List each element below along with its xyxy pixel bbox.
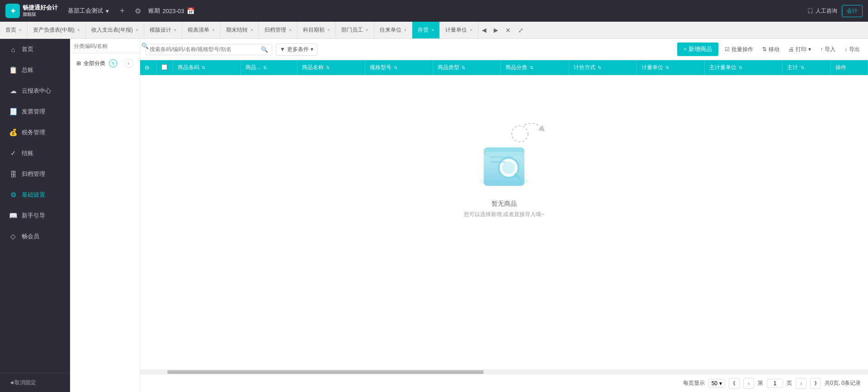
th-settings[interactable]: ⚙ — [140, 60, 156, 75]
empty-illustration — [463, 111, 545, 193]
print-button[interactable]: 🖨 打印 ▾ — [786, 44, 814, 55]
empty-svg — [463, 111, 545, 193]
th-category[interactable]: 商品分类 ⇅ — [501, 60, 569, 75]
sort-category-icon: ⇅ — [530, 65, 533, 70]
tab-tax-close[interactable]: × — [212, 28, 215, 33]
tab-income-close[interactable]: × — [136, 28, 138, 33]
sidebar-item-invoice[interactable]: 🧾 发票管理 — [0, 101, 70, 122]
sidebar-item-closing[interactable]: ✓ 结账 — [0, 143, 70, 164]
th-type[interactable]: 商品类型 ⇅ — [433, 60, 501, 75]
tab-home-close[interactable]: × — [19, 28, 22, 33]
th-barcode[interactable]: 商品条码 ⇅ — [173, 60, 241, 75]
product-search-icon[interactable]: 🔍 — [261, 46, 268, 53]
th-product-name[interactable]: 商品名称 ⇅ — [297, 60, 365, 75]
tab-income-statement[interactable]: 收入支出表(年报) × — [86, 22, 144, 39]
sidebar-item-archive[interactable]: 🗄 归档管理 — [0, 164, 70, 184]
category-edit-button[interactable]: ✎ — [109, 59, 117, 67]
sidebar-item-home[interactable]: ⌂ 首页 — [0, 39, 70, 60]
page-number-input[interactable] — [767, 379, 783, 388]
tab-subject-init[interactable]: 科目期初 × — [297, 22, 336, 39]
th-product-code[interactable]: 商品... ⇅ — [241, 60, 297, 75]
tab-unit[interactable]: 计量单位 × — [440, 22, 478, 39]
tab-tax-list[interactable]: 税表清单 × — [182, 22, 221, 39]
calendar-icon[interactable]: 📅 — [187, 7, 194, 14]
sidebar-item-cloud-reports[interactable]: ☁ 云报表中心 — [0, 80, 70, 101]
select-all-checkbox[interactable] — [161, 64, 167, 70]
main-layout: ⌂ 首页 📋 总账 ☁ 云报表中心 🧾 发票管理 💰 税务管理 ✓ 结账 🗄 归… — [0, 39, 868, 392]
horizontal-scrollbar[interactable] — [140, 369, 868, 374]
page-prev-button[interactable]: ‹ — [743, 378, 754, 389]
page-next-button[interactable]: › — [796, 378, 807, 389]
sort-spec-icon: ⇅ — [394, 65, 397, 70]
move-button[interactable]: ⇅ 移动 — [760, 44, 782, 55]
cloud-icon: ☁ — [9, 87, 17, 95]
sort-unit-icon: ⇅ — [665, 65, 669, 70]
tab-archive[interactable]: 归档管理 × — [259, 22, 297, 39]
tab-template-design[interactable]: 模版设计 × — [144, 22, 183, 39]
more-filters-button[interactable]: ▼ 更多条件 ▾ — [276, 43, 317, 56]
tab-archive-close[interactable]: × — [289, 28, 292, 33]
panel-collapse-button[interactable]: ‹ — [124, 59, 133, 68]
add-tab-button[interactable]: + — [117, 6, 127, 16]
unpin-button[interactable]: ◄取消固定 — [0, 373, 70, 392]
tab-expand-button[interactable]: ⤢ — [514, 22, 527, 39]
page-total-text: 共0页, 0条记录 — [825, 379, 861, 387]
tab-contacts[interactable]: 往来单位 × — [374, 22, 413, 39]
page-last-button[interactable]: ⟫ — [810, 378, 821, 389]
th-checkbox[interactable] — [156, 60, 173, 75]
th-main-unit[interactable]: 主计量单位 ⇅ — [705, 60, 783, 75]
th-spec[interactable]: 规格型号 ⇅ — [365, 60, 433, 75]
export-button[interactable]: ↓ 导出 — [842, 44, 863, 55]
tab-prev-button[interactable]: ◀ — [478, 22, 490, 39]
batch-operations-button[interactable]: ☑ 批量操作 — [722, 44, 756, 55]
per-page-select[interactable]: 50 ▾ — [708, 379, 725, 388]
th-unit[interactable]: 计量单位 ⇅ — [637, 60, 704, 75]
sidebar-item-ledger[interactable]: 📋 总账 — [0, 60, 70, 80]
company-selector[interactable]: 基层工会测试 ▾ — [64, 5, 113, 17]
account-button[interactable]: 会计 — [842, 5, 863, 17]
tab-close-all-button[interactable]: ✕ — [502, 22, 514, 39]
import-icon: ↑ — [820, 46, 823, 52]
tab-template-close[interactable]: × — [174, 28, 177, 33]
sidebar-item-home-label: 首页 — [22, 45, 33, 53]
print-icon: 🖨 — [788, 46, 794, 52]
add-product-button[interactable]: + 新增商品 — [677, 43, 718, 56]
scroll-thumb[interactable] — [167, 370, 484, 374]
tab-balance-close[interactable]: × — [77, 28, 80, 33]
tab-subject-close[interactable]: × — [327, 28, 330, 33]
product-search-input[interactable] — [150, 46, 258, 52]
category-search-input[interactable] — [74, 43, 142, 49]
all-categories-item[interactable]: ⊞ 全部分类 ✎ ‹ — [73, 56, 137, 71]
tab-period-label: 期末结转 — [226, 26, 248, 34]
th-pricing[interactable]: 计价方式 ⇅ — [569, 60, 637, 75]
settings-gear-icon[interactable]: ⚙ — [132, 7, 144, 15]
headset-icon: 🎧 — [807, 8, 814, 14]
tab-unit-close[interactable]: × — [470, 28, 472, 33]
tab-inventory-close[interactable]: × — [431, 28, 434, 33]
page-suffix: 页 — [787, 379, 792, 387]
page-first-button[interactable]: ⟪ — [729, 378, 740, 389]
sort-type-icon: ⇅ — [462, 65, 465, 70]
tab-contacts-close[interactable]: × — [404, 28, 407, 33]
tab-home[interactable]: 首页 × — [0, 22, 28, 39]
tab-dept-close[interactable]: × — [366, 28, 368, 33]
tab-dept-employee[interactable]: 部门员工 × — [336, 22, 374, 39]
tab-next-button[interactable]: ▶ — [490, 22, 502, 39]
print-dropdown-icon: ▾ — [808, 46, 811, 52]
app-sub: 旗舰版 — [23, 11, 58, 18]
th-main-measure[interactable]: 主计 ⇅ — [783, 60, 830, 75]
tab-period-transfer[interactable]: 期末结转 × — [221, 22, 259, 39]
tab-balance-sheet[interactable]: 资产负债表(中期) × — [28, 22, 86, 39]
tab-period-close[interactable]: × — [250, 28, 253, 33]
content-wrapper: 🔍 ⊞ 全部分类 ✎ ‹ 🔍 — [70, 39, 868, 392]
sidebar-item-member[interactable]: ◇ 畅会员 — [0, 226, 70, 247]
tab-inventory[interactable]: 存货 × — [412, 22, 440, 39]
sidebar-item-settings[interactable]: ⚙ 基础设置 — [0, 184, 70, 205]
sidebar-item-tax-label: 税务管理 — [22, 128, 45, 137]
import-button[interactable]: ↑ 导入 — [817, 44, 838, 55]
category-list: ⊞ 全部分类 ✎ ‹ — [70, 53, 140, 392]
filter-icon: ▼ — [280, 46, 285, 52]
customer-service-btn[interactable]: 🎧 人工咨询 — [807, 7, 837, 15]
sidebar-item-guide[interactable]: 📖 新手引导 — [0, 205, 70, 226]
sidebar-item-tax[interactable]: 💰 税务管理 — [0, 122, 70, 143]
